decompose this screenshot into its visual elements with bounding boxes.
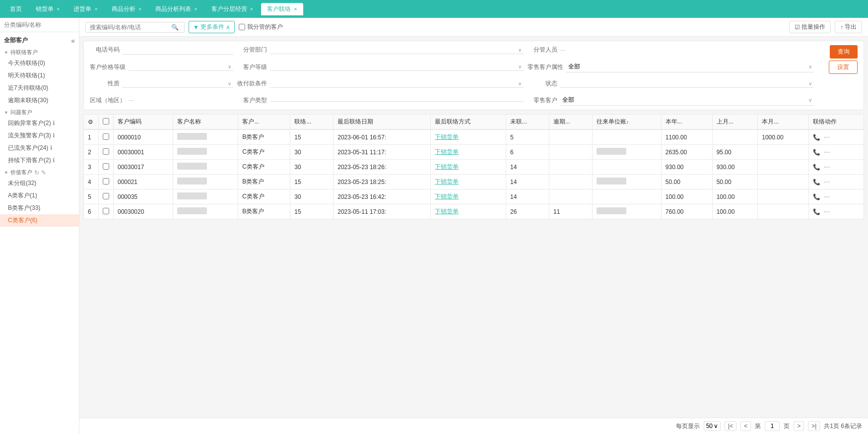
- nav-product-analysis[interactable]: 商品分析 ×: [106, 3, 147, 15]
- sidebar-item-today[interactable]: 今天待联络(0): [0, 57, 79, 69]
- value-edit-icon[interactable]: ✎: [41, 169, 46, 176]
- sidebar-search-input[interactable]: [4, 21, 78, 28]
- th-type[interactable]: 客户...: [238, 115, 290, 130]
- th-last-method[interactable]: 最后联络方式: [431, 115, 506, 130]
- sidebar-item-abnormal[interactable]: 回购异常客户(2) ℹ: [0, 117, 79, 129]
- filter-manager-dots[interactable]: ···: [560, 47, 565, 54]
- page-size-select[interactable]: 50 ∨: [704, 421, 721, 431]
- sidebar-collapse-btn[interactable]: «: [71, 37, 75, 45]
- prev-page-btn[interactable]: <: [740, 421, 751, 431]
- th-last-month[interactable]: 上月...: [712, 115, 758, 130]
- sidebar-item-c-class[interactable]: C类客户(6): [0, 214, 79, 227]
- filter-retail-attr-select[interactable]: 全部∨: [566, 62, 814, 72]
- sidebar-item-7days[interactable]: 近7天待联络(0): [0, 82, 79, 94]
- all-customers-header[interactable]: 全部客户 «: [0, 32, 79, 47]
- row-checkbox[interactable]: [99, 145, 114, 160]
- filter-payment-select[interactable]: ∨: [270, 80, 524, 88]
- query-btn[interactable]: 查询: [830, 45, 858, 59]
- action-phone-icon[interactable]: 📞: [813, 193, 820, 200]
- nav-sales[interactable]: 销货单 ×: [30, 3, 66, 15]
- action-phone-icon[interactable]: 📞: [813, 208, 820, 215]
- search-input[interactable]: [90, 24, 169, 31]
- nav-close-product-list[interactable]: ×: [194, 6, 197, 12]
- sidebar-group-pending[interactable]: 待联络客户: [0, 47, 79, 57]
- action-more-icon[interactable]: ⋯: [824, 179, 830, 186]
- row-checkbox[interactable]: [99, 175, 114, 189]
- sidebar-group-value[interactable]: 价值客户 ↻ ✎: [0, 167, 79, 177]
- sidebar-group-problem[interactable]: 问题客户: [0, 107, 79, 117]
- sidebar-item-churn-warning[interactable]: 流失预警客户(3) ℹ: [0, 129, 79, 142]
- sidebar-item-a-class[interactable]: A类客户(1): [0, 189, 79, 202]
- filter-status-select[interactable]: ∨: [560, 80, 814, 88]
- last-page-btn[interactable]: >|: [808, 421, 820, 431]
- sidebar-item-ungrouped[interactable]: 未分组(32): [0, 177, 79, 189]
- action-more-icon[interactable]: ⋯: [824, 208, 830, 215]
- th-contact[interactable]: 联络...: [290, 115, 334, 130]
- action-more-icon[interactable]: ⋯: [824, 193, 830, 200]
- sidebar-item-overdue[interactable]: 逾期未联络(30): [0, 94, 79, 107]
- row-last-method[interactable]: 下销货单: [431, 175, 506, 189]
- my-customers-checkbox[interactable]: [239, 24, 245, 30]
- nav-home[interactable]: 首页: [4, 3, 28, 15]
- th-no-contact[interactable]: 未联...: [506, 115, 549, 130]
- export-btn[interactable]: ↑ 导出: [835, 21, 862, 33]
- row-last-method[interactable]: 下销货单: [431, 145, 506, 160]
- sidebar-item-declining[interactable]: 持续下滑客户(2) ℹ: [0, 154, 79, 167]
- row-actions[interactable]: 📞 ⋯: [809, 204, 864, 219]
- row-checkbox[interactable]: [99, 129, 114, 145]
- my-customers-checkbox-label[interactable]: 我分管的客户: [239, 23, 283, 31]
- action-phone-icon[interactable]: 📞: [813, 164, 820, 171]
- nav-close-customer-contact[interactable]: ×: [294, 6, 297, 12]
- action-more-icon[interactable]: ⋯: [824, 164, 830, 171]
- action-phone-icon[interactable]: 📞: [813, 149, 820, 156]
- row-actions[interactable]: 📞 ⋯: [809, 175, 864, 189]
- row-last-method[interactable]: 下销货单: [431, 204, 506, 219]
- filter-region-dots[interactable]: ···: [129, 97, 134, 104]
- search-icon[interactable]: 🔍: [171, 24, 179, 31]
- action-phone-icon[interactable]: 📞: [813, 134, 820, 141]
- row-last-method[interactable]: 下销货单: [431, 189, 506, 204]
- filter-type-select[interactable]: [270, 99, 524, 102]
- filter-level-select[interactable]: ∨: [270, 63, 524, 71]
- row-last-method[interactable]: 下销货单: [431, 129, 506, 145]
- sidebar-item-tomorrow[interactable]: 明天待联络(1): [0, 69, 79, 82]
- th-year[interactable]: 本年...: [661, 115, 712, 130]
- row-actions[interactable]: 📞 ⋯: [809, 145, 864, 160]
- action-more-icon[interactable]: ⋯: [824, 134, 830, 141]
- page-number-input[interactable]: [765, 421, 780, 431]
- sidebar-item-b-class[interactable]: B类客户(33): [0, 202, 79, 214]
- nav-customer-contact[interactable]: 客户联络 ×: [261, 3, 303, 15]
- row-actions[interactable]: 📞 ⋯: [809, 129, 864, 145]
- th-account[interactable]: 往来单位账↕: [592, 115, 661, 130]
- row-actions[interactable]: 📞 ⋯: [809, 160, 864, 175]
- batch-op-btn[interactable]: ☑ 批量操作: [789, 21, 831, 33]
- filter-dept-select[interactable]: ∨: [270, 46, 524, 54]
- th-last-date[interactable]: 最后联络日期: [334, 115, 431, 130]
- row-checkbox[interactable]: [99, 204, 114, 219]
- th-code[interactable]: 客户编码: [114, 115, 173, 130]
- th-this-month[interactable]: 本月...: [758, 115, 809, 130]
- nav-close-customer-tier[interactable]: ×: [250, 6, 253, 12]
- row-checkbox[interactable]: [99, 160, 114, 175]
- row-last-method[interactable]: 下销货单: [431, 160, 506, 175]
- nav-close-product-analysis[interactable]: ×: [138, 6, 141, 12]
- select-all-checkbox[interactable]: [103, 118, 109, 124]
- action-more-icon[interactable]: ⋯: [824, 149, 830, 156]
- th-overdue[interactable]: 逾期...: [549, 115, 592, 130]
- row-checkbox[interactable]: [99, 189, 114, 204]
- nav-product-list[interactable]: 商品分析列表 ×: [149, 3, 203, 15]
- th-checkbox[interactable]: [99, 115, 114, 130]
- value-refresh-icon[interactable]: ↻: [34, 169, 39, 176]
- filter-nature-select[interactable]: ∨: [123, 80, 233, 88]
- settings-btn[interactable]: 设置: [829, 61, 858, 74]
- nav-customer-tier[interactable]: 客户分层经营 ×: [205, 3, 259, 15]
- next-page-btn[interactable]: >: [794, 421, 804, 431]
- filter-phone-input[interactable]: [123, 45, 233, 55]
- nav-close-sales[interactable]: ×: [57, 6, 60, 12]
- th-name[interactable]: 客户名称: [173, 115, 238, 130]
- th-gear[interactable]: ⚙: [84, 115, 99, 130]
- filter-retail-select[interactable]: 全部∨: [560, 95, 814, 106]
- sidebar-item-churned[interactable]: 已流失客户(24) ℹ: [0, 142, 79, 154]
- row-actions[interactable]: 📞 ⋯: [809, 189, 864, 204]
- filter-more-btn[interactable]: ▼ 更多条件 ∧: [189, 21, 235, 33]
